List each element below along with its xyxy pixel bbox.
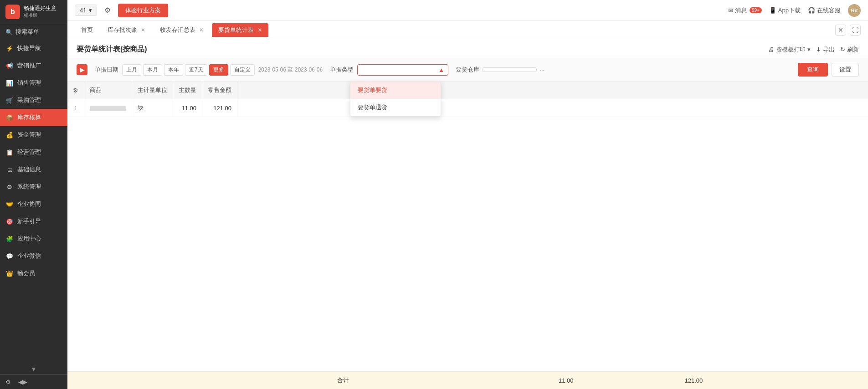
- sidebar-scroll-down[interactable]: ▼: [0, 364, 67, 374]
- system-icon: ⚙: [5, 183, 14, 191]
- col-settings[interactable]: ⚙: [67, 82, 84, 99]
- service-icon: 🎧: [808, 7, 815, 14]
- filter-bar: ▶ 单据日期 上月 本月 本年 近7天 更多 自定义 2023-05-06 至 …: [67, 58, 868, 82]
- filter-toggle-button[interactable]: ▶: [77, 64, 87, 75]
- sidebar-nav: ⚡ 快捷导航 📢 营销推广 📊 销售管理 🛒 采购管理 📦 库存核算 💰 资金管…: [0, 40, 67, 364]
- warehouse-more-icon[interactable]: ···: [539, 67, 544, 73]
- settings-icon[interactable]: ⚙: [5, 379, 11, 385]
- sidebar-item-collab[interactable]: 🤝 企业协同: [0, 195, 67, 213]
- sidebar-item-sales[interactable]: 📊 销售管理: [0, 74, 67, 92]
- tab-maximize-button[interactable]: ⛶: [850, 25, 861, 36]
- online-service-button[interactable]: 🎧 在线客服: [808, 6, 841, 15]
- tab-close-icon[interactable]: ✕: [141, 27, 145, 33]
- dropdown-item-return[interactable]: 要货单退货: [350, 99, 441, 116]
- filter-settings-button[interactable]: 设置: [832, 63, 859, 77]
- sidebar-item-label: 系统管理: [17, 183, 41, 191]
- messages-badge: 99+: [750, 7, 762, 13]
- sidebar-item-basic[interactable]: 🗂 基础信息: [0, 161, 67, 178]
- collapse-icon[interactable]: ◀▶: [18, 379, 27, 385]
- sidebar-item-purchase[interactable]: 🛒 采购管理: [0, 92, 67, 109]
- export-label: 导出: [823, 46, 835, 54]
- col-quantity: 主数量: [173, 82, 202, 99]
- tab-close-all-button[interactable]: ✕: [835, 25, 846, 36]
- refresh-button[interactable]: ↻ 刷新: [840, 46, 859, 54]
- this-month-button[interactable]: 本月: [143, 64, 162, 76]
- type-dropdown: 要货单要货 要货单退货: [350, 81, 441, 117]
- tab-close-icon[interactable]: ✕: [257, 27, 262, 33]
- col-amount: 零售金额: [202, 82, 237, 99]
- tab-home[interactable]: 首页: [75, 23, 99, 37]
- app-download-button[interactable]: 📱 App下载: [769, 6, 801, 15]
- custom-date-button[interactable]: 自定义: [230, 64, 255, 76]
- dropdown-order-label: 要货单要货: [358, 87, 387, 93]
- user-avatar[interactable]: Rit: [848, 4, 861, 17]
- last-month-button[interactable]: 上月: [122, 64, 141, 76]
- this-year-button[interactable]: 本年: [164, 64, 183, 76]
- header-right: ✉ 消息 99+ 📱 App下载 🎧 在线客服 Rit: [728, 4, 861, 17]
- footer-amount: 121.00: [685, 377, 703, 384]
- member-icon: 👑: [5, 269, 14, 277]
- inventory-icon: 📦: [5, 113, 14, 122]
- sidebar-item-member[interactable]: 👑 畅会员: [0, 265, 67, 282]
- page-title: 要货单统计表(按商品): [77, 45, 147, 54]
- dropdown-item-order[interactable]: 要货单要货: [350, 82, 441, 99]
- sidebar-item-appstore[interactable]: 🧩 应用中心: [0, 230, 67, 247]
- store-name: 41: [80, 7, 86, 14]
- trial-button[interactable]: 体验行业方案: [118, 4, 168, 17]
- more-dates-button[interactable]: 更多: [209, 64, 228, 76]
- sidebar-item-inventory[interactable]: 📦 库存核算: [0, 109, 67, 126]
- logo-icon: b: [5, 5, 20, 19]
- dropdown-return-label: 要货单退货: [358, 104, 387, 111]
- header-settings-button[interactable]: ⚙: [101, 4, 114, 17]
- search-menu[interactable]: 🔍 搜索菜单: [0, 24, 67, 40]
- filter-actions: 查询 设置: [798, 63, 859, 77]
- sidebar-item-operation[interactable]: 📋 经营管理: [0, 143, 67, 161]
- tab-close-icon[interactable]: ✕: [199, 27, 204, 33]
- app-logo: b 畅捷通好生意 标准版: [0, 0, 67, 24]
- tab-inventory-batch[interactable]: 库存批次账 ✕: [101, 23, 152, 37]
- tab-order-summary-label: 要货单统计表: [218, 26, 254, 34]
- sidebar-item-wechat[interactable]: 💬 企业微信: [0, 247, 67, 265]
- chevron-up-icon: ▲: [438, 67, 444, 73]
- sidebar-item-label: 企业微信: [17, 252, 41, 260]
- last-7-days-button[interactable]: 近7天: [185, 64, 207, 76]
- print-button[interactable]: 🖨 按模板打印 ▾: [768, 46, 811, 54]
- refresh-icon: ↻: [840, 46, 845, 53]
- sidebar-item-finance[interactable]: 💰 资金管理: [0, 126, 67, 143]
- sidebar-item-marketing[interactable]: 📢 营销推广: [0, 57, 67, 74]
- guide-icon: 🎯: [5, 217, 14, 225]
- date-filter-label: 单据日期: [95, 66, 118, 74]
- search-icon: 🔍: [5, 29, 13, 36]
- warehouse-select[interactable]: [482, 67, 537, 72]
- store-selector[interactable]: 41 ▾: [75, 5, 97, 16]
- sidebar-item-shortcut[interactable]: ⚡ 快捷导航: [0, 40, 67, 57]
- page-content: 要货单统计表(按商品) 🖨 按模板打印 ▾ ⬇ 导出 ↻ 刷新 ▶: [67, 39, 868, 389]
- warehouse-filter-label: 要货仓库: [456, 66, 479, 74]
- top-header: 41 ▾ ⚙ 体验行业方案 ✉ 消息 99+ 📱 App下载 🎧 在线客服 Ri…: [67, 0, 868, 21]
- tab-bar: 首页 库存批次账 ✕ 收发存汇总表 ✕ 要货单统计表 ✕ ✕ ⛶: [67, 21, 868, 39]
- type-select[interactable]: ▲: [357, 64, 448, 76]
- message-icon: ✉: [728, 7, 733, 14]
- search-menu-label: 搜索菜单: [15, 28, 39, 36]
- tab-receive-summary[interactable]: 收发存汇总表 ✕: [154, 23, 210, 37]
- col-empty: [237, 82, 868, 99]
- query-button[interactable]: 查询: [798, 63, 828, 77]
- sidebar-item-guide[interactable]: 🎯 新手引导: [0, 213, 67, 230]
- messages-button[interactable]: ✉ 消息 99+: [728, 6, 762, 15]
- chevron-down-icon: ▾: [807, 46, 811, 53]
- col-product: 商品: [84, 82, 132, 99]
- type-filter-group: 单据类型 ▲: [330, 64, 448, 76]
- data-table: ⚙ 商品 主计量单位 主数量 零售金额 1 块: [67, 82, 868, 117]
- sales-icon: 📊: [5, 79, 14, 87]
- page-actions: 🖨 按模板打印 ▾ ⬇ 导出 ↻ 刷新: [768, 46, 859, 54]
- wechat-icon: 💬: [5, 252, 14, 260]
- shortcut-icon: ⚡: [5, 44, 14, 52]
- empty-cell: [237, 99, 868, 117]
- footer-label: 合计: [337, 376, 349, 384]
- tab-order-summary[interactable]: 要货单统计表 ✕: [212, 23, 268, 37]
- header-left: 41 ▾ ⚙ 体验行业方案: [75, 4, 168, 17]
- export-button[interactable]: ⬇ 导出: [816, 46, 835, 54]
- sidebar-item-system[interactable]: ⚙ 系统管理: [0, 178, 67, 195]
- app-download-label: App下载: [778, 6, 801, 15]
- product-placeholder: [90, 106, 126, 111]
